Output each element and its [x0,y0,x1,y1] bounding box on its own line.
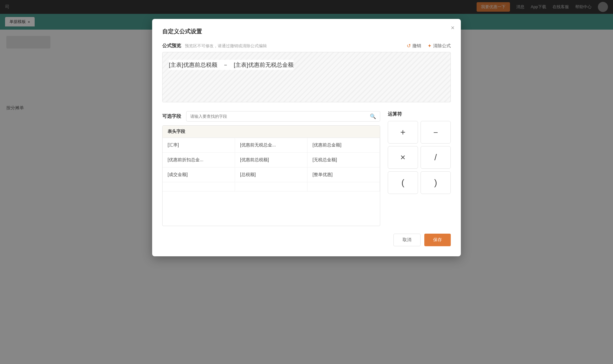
field-item[interactable] [235,182,307,191]
clear-icon: ✦ [427,43,432,49]
field-item[interactable] [307,182,380,191]
fields-grid: [汇率] [优惠前无税总金... [优惠前总金额] [优惠前折扣总金... [优… [163,138,380,191]
undo-button[interactable]: ↺ 撤销 [407,43,421,49]
operator-multiply[interactable]: × [388,146,418,169]
formula-part2: [主表]优惠前无税总金额 [234,62,294,68]
formula-preview-box: [主表]优惠前总税额 － [主表]优惠前无税总金额 [162,52,451,102]
search-input[interactable] [190,114,370,119]
field-item[interactable]: [汇率] [163,138,235,153]
formula-preview-hint: 预览区不可修改，请通过撤销或清除公式编辑 [185,43,407,49]
fields-table[interactable]: 表头字段 [汇率] [优惠前无税总金... [优惠前总金额] [优惠前折扣总金.… [162,125,380,226]
operators-section: 运算符 + － × / ( ) [388,111,451,226]
cancel-button[interactable]: 取消 [393,234,421,246]
fields-group-header: 表头字段 [163,126,380,138]
undo-label: 撤销 [412,43,421,49]
formula-operator: － [223,62,228,68]
clear-formula-button[interactable]: ✦ 清除公式 [427,43,451,49]
operator-plus[interactable]: + [388,121,418,144]
field-item[interactable]: [优惠前总金额] [307,138,380,153]
formula-actions: ↺ 撤销 ✦ 清除公式 [407,43,451,49]
field-item[interactable]: [优惠前总税额] [235,153,307,168]
fields-label: 可选字段 [162,113,181,119]
operator-left-paren[interactable]: ( [388,171,418,194]
modal-footer: 取消 保存 [162,234,451,246]
modal-overlay: 自定义公式设置 × 公式预览 预览区不可修改，请通过撤销或清除公式编辑 ↺ 撤销… [0,0,613,364]
formula-modal: 自定义公式设置 × 公式预览 预览区不可修改，请通过撤销或清除公式编辑 ↺ 撤销… [152,19,461,256]
fields-section: 可选字段 🔍 表头字段 [汇率] [优惠前无税总金... [优惠前总金额] [优… [162,111,380,226]
formula-preview-label: 公式预览 [162,43,181,49]
operator-divide[interactable]: / [421,146,451,169]
field-item[interactable] [163,182,235,191]
modal-close-button[interactable]: × [451,25,455,31]
field-item[interactable]: [成交金额] [163,168,235,182]
field-item[interactable]: [无税总金额] [307,153,380,168]
field-item[interactable]: [优惠前无税总金... [235,138,307,153]
field-item[interactable]: [优惠前折扣总金... [163,153,235,168]
save-button[interactable]: 保存 [424,234,451,246]
formula-content: [主表]优惠前总税额 － [主表]优惠前无税总金额 [169,60,294,70]
operators-label: 运算符 [388,111,451,117]
clear-label: 清除公式 [433,43,451,49]
operator-minus[interactable]: － [421,121,451,144]
modal-title: 自定义公式设置 [162,28,451,35]
field-item[interactable]: [总税额] [235,168,307,182]
operators-grid: + － × / ( ) [388,121,451,194]
bottom-section: 可选字段 🔍 表头字段 [汇率] [优惠前无税总金... [优惠前总金额] [优… [162,111,451,226]
undo-icon: ↺ [407,43,411,49]
operator-right-paren[interactable]: ) [421,171,451,194]
search-box[interactable]: 🔍 [186,111,380,122]
fields-header: 可选字段 🔍 [162,111,380,122]
formula-part1: [主表]优惠前总税额 [169,62,217,68]
formula-preview-header: 公式预览 预览区不可修改，请通过撤销或清除公式编辑 ↺ 撤销 ✦ 清除公式 [162,43,451,49]
field-item[interactable]: [整单优惠] [307,168,380,182]
search-icon: 🔍 [370,113,376,119]
